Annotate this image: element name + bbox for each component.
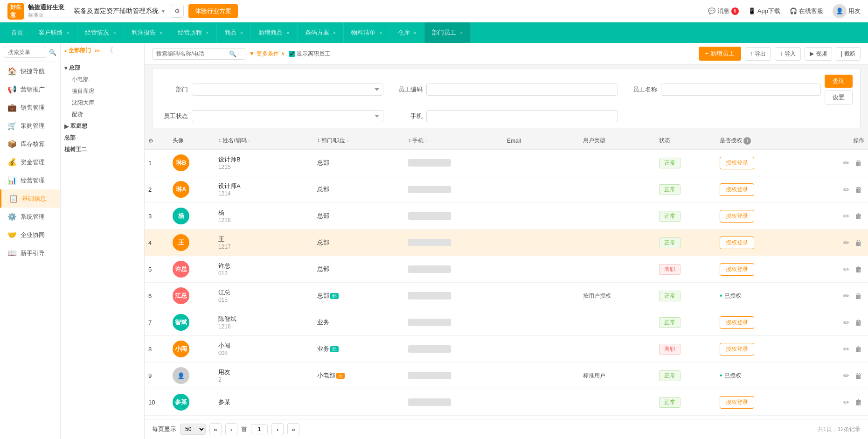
auth-login-button[interactable]: 授权登录 (720, 210, 754, 223)
show-resigned-checkbox[interactable] (289, 51, 295, 57)
user-item[interactable]: 👤 用友 (833, 4, 861, 18)
auth-login-button[interactable]: 授权登录 (720, 183, 754, 196)
tab-close-add-goods[interactable]: × (286, 30, 289, 35)
sidebar-item-inventory[interactable]: 📦 库存核算 (0, 135, 60, 153)
tab-close-department[interactable]: × (460, 30, 463, 35)
more-button[interactable]: | 截断 (836, 47, 861, 61)
edit-button[interactable]: ✏ (841, 291, 851, 301)
col-name[interactable]: ↕ 姓名/编码 (215, 132, 313, 150)
dept-node-zongbu-parent[interactable]: ▾ 总部 (61, 62, 144, 74)
dept-tree-header[interactable]: ▪ 全部部门 ✏ 《 (61, 43, 144, 58)
dept-node-xiaodian[interactable]: 小电部 (61, 74, 144, 85)
sidebar-item-sales[interactable]: 💼 销售管理 (0, 98, 60, 117)
tab-close-goods[interactable]: × (240, 30, 243, 35)
auth-login-button[interactable]: 授权登录 (720, 343, 754, 355)
edit-button[interactable]: ✏ (841, 158, 851, 168)
tab-history[interactable]: 经营历程 × (170, 22, 216, 43)
per-page-select[interactable]: 50 100 200 (180, 424, 206, 435)
delete-button[interactable]: 🗑 (853, 397, 864, 408)
last-page-button[interactable]: » (287, 423, 299, 435)
tab-close-profit[interactable]: × (160, 30, 162, 35)
delete-button[interactable]: 🗑 (853, 238, 864, 248)
delete-button[interactable]: 🗑 (853, 185, 864, 195)
more-filter-btn[interactable]: ▼ 更多条件 ∧ (249, 50, 285, 58)
tab-close-history[interactable]: × (206, 30, 208, 35)
col-dept[interactable]: ↕ 部门/职位 (313, 132, 405, 150)
tab-close-customer[interactable]: × (67, 30, 69, 35)
sidebar-item-quicknav[interactable]: 🏠 快捷导航 (0, 62, 60, 80)
auth-login-button[interactable]: 授权登录 (720, 237, 754, 249)
edit-button[interactable]: ✏ (841, 370, 851, 381)
sidebar-item-basic[interactable]: 📋 基础信息 (0, 189, 60, 208)
tab-close-operation[interactable]: × (113, 30, 116, 35)
setup-button[interactable]: 设置 (825, 91, 853, 105)
filter-phone-input[interactable] (426, 110, 618, 122)
auth-login-button[interactable]: 授权登录 (720, 157, 754, 169)
sidebar-item-business[interactable]: 📊 经营管理 (0, 171, 60, 189)
dept-node-zhishu[interactable]: 植树王二 (61, 144, 144, 155)
tab-barcode[interactable]: 条码方案 × (298, 22, 344, 43)
add-employee-button[interactable]: + 新增员工 (699, 47, 741, 61)
tab-home[interactable]: 首页 (4, 22, 31, 43)
delete-button[interactable]: 🗑 (853, 344, 864, 355)
dept-node-zongbu2[interactable]: 总部 (61, 132, 144, 144)
trial-button[interactable]: 体验行业方案 (188, 4, 238, 18)
sidebar-search-input[interactable] (4, 47, 46, 58)
show-resigned-toggle[interactable]: 显示离职员工 (289, 50, 330, 58)
filter-empname-input[interactable] (661, 84, 821, 96)
sidebar-item-purchase[interactable]: 🛒 采购管理 (0, 117, 60, 135)
edit-button[interactable]: ✏ (841, 317, 851, 328)
tab-warehouse[interactable]: 仓库 × (390, 22, 424, 43)
tab-close-bom[interactable]: × (379, 30, 382, 35)
edit-button[interactable]: ✏ (841, 237, 851, 248)
delete-button[interactable]: 🗑 (853, 371, 864, 381)
prev-page-button[interactable]: ‹ (225, 423, 237, 435)
edit-button[interactable]: ✏ (841, 344, 851, 355)
tab-department[interactable]: 部门员工 × (424, 22, 471, 43)
dept-collapse-icon[interactable]: 《 (104, 46, 115, 56)
dept-node-shuangting[interactable]: ▶ 双庭想 (61, 120, 144, 132)
sidebar-item-guide[interactable]: 📖 新手引导 (0, 244, 60, 262)
col-settings[interactable]: ⚙ (145, 132, 169, 150)
first-page-button[interactable]: « (209, 423, 222, 435)
tab-close-barcode[interactable]: × (333, 30, 336, 35)
system-title-dropdown[interactable]: ▼ (160, 8, 166, 14)
tab-customer[interactable]: 客户联络 × (31, 22, 77, 43)
auth-info-icon[interactable]: i (743, 137, 751, 145)
edit-button[interactable]: ✏ (841, 397, 851, 408)
view-button[interactable]: ▶ 视频 (805, 47, 832, 61)
tab-profit[interactable]: 利润报告 × (124, 22, 170, 43)
dept-edit-icon[interactable]: ✏ (93, 47, 102, 55)
sidebar-item-system[interactable]: ⚙️ 系统管理 (0, 208, 60, 226)
import-button[interactable]: ↓ 导入 (775, 47, 801, 61)
settings-icon[interactable]: ⚙ (171, 5, 184, 18)
edit-button[interactable]: ✏ (841, 264, 851, 275)
dept-node-shenyang[interactable]: 沈阳大库 (61, 97, 144, 109)
tab-close-warehouse[interactable]: × (414, 30, 417, 35)
delete-button[interactable]: 🗑 (853, 158, 864, 168)
search-input[interactable] (156, 50, 226, 57)
next-page-button[interactable]: › (271, 423, 284, 435)
app-download-item[interactable]: 📱 App下载 (748, 7, 780, 15)
auth-login-button[interactable]: 授权登录 (720, 396, 754, 409)
edit-button[interactable]: ✏ (841, 211, 851, 222)
tab-operation[interactable]: 经营情况 × (77, 22, 124, 43)
auth-login-button[interactable]: 授权登录 (720, 263, 754, 276)
filter-empcode-input[interactable] (426, 84, 618, 96)
delete-button[interactable]: 🗑 (853, 211, 864, 222)
support-item[interactable]: 🎧 在线客服 (790, 7, 823, 15)
dept-node-project[interactable]: 项目库房 (61, 85, 144, 97)
delete-button[interactable]: 🗑 (853, 265, 864, 275)
tab-add-goods[interactable]: 新增商品 × (251, 22, 297, 43)
delete-button[interactable]: 🗑 (853, 291, 864, 301)
filter-status-select[interactable] (192, 110, 383, 122)
filter-dept-select[interactable] (192, 84, 383, 96)
col-phone[interactable]: ↕ 手机 (404, 132, 503, 150)
edit-button[interactable]: ✏ (841, 184, 851, 195)
export-button[interactable]: ↑ 导出 (745, 47, 771, 61)
messages-item[interactable]: 💬 消息 6 (708, 7, 739, 15)
delete-button[interactable]: 🗑 (853, 318, 864, 328)
page-number-input[interactable] (251, 424, 268, 434)
tab-goods[interactable]: 商品 × (217, 22, 251, 43)
tab-bom[interactable]: 物料清单 × (344, 22, 390, 43)
